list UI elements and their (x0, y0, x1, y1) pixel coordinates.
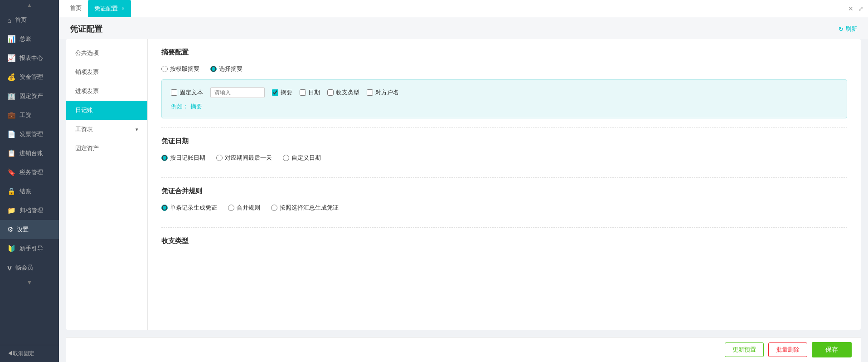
sidebar-item-funds[interactable]: 💰 资金管理 (0, 68, 59, 87)
purchase-sales-icon: 📋 (7, 149, 16, 157)
summary-checkboxes-row: 固定文本 摘要 日期 收支类型 (171, 87, 838, 98)
summary-radio-group: 按模版摘要 选择摘要 (161, 65, 847, 73)
sidebar-item-guide[interactable]: 🔰 新手引导 (0, 239, 59, 258)
save-button[interactable]: 保存 (812, 342, 852, 357)
right-content: 摘要配置 按模版摘要 选择摘要 (148, 39, 861, 330)
reports-icon: 📈 (7, 54, 16, 62)
window-maximize-icon[interactable]: ⤢ (858, 5, 863, 12)
left-nav-public[interactable]: 公共选项 (66, 44, 147, 63)
sidebar-item-invoice-mgmt[interactable]: 📄 发票管理 (0, 125, 59, 144)
income-type-section: 收支类型 (161, 237, 847, 263)
assets-icon: 🏢 (7, 92, 16, 100)
voucher-date-radio-custom[interactable]: 自定义日期 (283, 154, 321, 162)
sidebar-item-archive[interactable]: 📁 归档管理 (0, 201, 59, 220)
settings-icon: ⚙ (7, 225, 13, 234)
sidebar-unpin-button[interactable]: ◀取消固定 (0, 345, 59, 362)
summary-radio-select-input[interactable] (210, 66, 217, 72)
example-text: 例如： 摘要 (171, 103, 838, 111)
page-title: 凭证配置 (70, 24, 102, 34)
bottom-bar: 更新预置 批量删除 保存 (66, 337, 861, 362)
ledger-icon: 📊 (7, 35, 16, 43)
left-nav-purchase-invoice[interactable]: 进项发票 (66, 82, 147, 101)
batch-delete-button[interactable]: 批量删除 (768, 342, 807, 357)
merge-radio-select-merge-input[interactable] (271, 205, 277, 211)
checkbox-counterpart[interactable]: 对方户名 (367, 88, 399, 97)
closing-icon: 🔒 (7, 187, 16, 196)
left-nav-purchase-invoice-label: 进项发票 (75, 87, 99, 95)
voucher-date-radio-journal-input[interactable] (161, 155, 168, 161)
merge-radio-single[interactable]: 单条记录生成凭证 (161, 204, 217, 212)
checkbox-summary[interactable]: 摘要 (272, 88, 292, 97)
voucher-date-radio-journal[interactable]: 按日记账日期 (161, 154, 205, 162)
main-wrapper: 首页 凭证配置 × ✕ ⤢ 凭证配置 ↻ 刷新 公共选项 销项发票 进项 (59, 0, 868, 362)
voucher-date-radio-group: 按日记账日期 对应期间最后一天 自定义日期 (161, 154, 847, 162)
refresh-button[interactable]: ↻ 刷新 (839, 25, 857, 33)
summary-options-box: 固定文本 摘要 日期 收支类型 (161, 79, 847, 118)
checkbox-date[interactable]: 日期 (300, 88, 320, 97)
merge-rules-title: 凭证合并规则 (161, 187, 847, 196)
merge-radio-merge-input[interactable] (228, 205, 234, 211)
voucher-date-radio-period-last[interactable]: 对应期间最后一天 (216, 154, 272, 162)
merge-radio-single-input[interactable] (161, 205, 168, 211)
checkbox-fixed-text-input[interactable] (171, 89, 177, 96)
left-nav-payroll-table-label: 工资表 (75, 125, 93, 133)
sidebar: ▲ ⌂ 首页 📊 总账 📈 报表中心 💰 资金管理 🏢 固定资产 💼 工资 📄 … (0, 0, 59, 362)
sidebar-scroll-up[interactable]: ▲ (0, 0, 59, 10)
merge-radio-single-label: 单条记录生成凭证 (170, 204, 217, 212)
summary-radio-select[interactable]: 选择摘要 (210, 65, 242, 73)
sidebar-item-ledger[interactable]: 📊 总账 (0, 29, 59, 49)
left-nav-sales-invoice[interactable]: 销项发票 (66, 63, 147, 82)
sidebar-item-vip[interactable]: V 畅会员 (0, 258, 59, 277)
sidebar-item-ledger-label: 总账 (19, 35, 31, 43)
tab-home[interactable]: 首页 (63, 0, 88, 17)
sidebar-item-reports[interactable]: 📈 报表中心 (0, 49, 59, 68)
checkbox-income-type[interactable]: 收支类型 (327, 88, 359, 97)
checkbox-summary-input[interactable] (272, 89, 278, 96)
merge-radio-select-merge[interactable]: 按照选择汇总生成凭证 (271, 204, 339, 212)
tab-voucher-config[interactable]: 凭证配置 × (88, 0, 131, 17)
sidebar-item-assets[interactable]: 🏢 固定资产 (0, 87, 59, 106)
left-nav-payroll-table[interactable]: 工资表 ▾ (66, 120, 147, 139)
merge-radio-merge[interactable]: 合并规则 (228, 204, 260, 212)
sidebar-scroll-down[interactable]: ▼ (0, 277, 59, 288)
payroll-icon: 💼 (7, 111, 16, 119)
fixed-text-input[interactable] (210, 87, 265, 98)
checkbox-income-type-input[interactable] (327, 89, 334, 96)
checkbox-counterpart-input[interactable] (367, 89, 373, 96)
merge-rules-radio-group: 单条记录生成凭证 合并规则 按照选择汇总生成凭证 (161, 204, 847, 212)
refresh-label: 刷新 (845, 25, 857, 33)
sidebar-item-closing-label: 结账 (19, 187, 31, 196)
sidebar-item-settings-label: 设置 (17, 225, 29, 234)
checkbox-counterpart-label: 对方户名 (375, 88, 399, 97)
update-preview-button[interactable]: 更新预置 (725, 342, 764, 357)
sidebar-item-purchase-sales[interactable]: 📋 进销台账 (0, 144, 59, 163)
summary-radio-template[interactable]: 按模版摘要 (161, 65, 199, 73)
sidebar-item-closing[interactable]: 🔒 结账 (0, 182, 59, 201)
checkbox-date-label: 日期 (308, 88, 320, 97)
left-nav-public-label: 公共选项 (75, 49, 99, 57)
left-nav-journal[interactable]: 日记账 (66, 101, 147, 120)
sidebar-item-tax[interactable]: 🔖 税务管理 (0, 163, 59, 182)
window-close-icon[interactable]: ✕ (848, 5, 853, 12)
funds-icon: 💰 (7, 73, 16, 81)
voucher-date-radio-period-last-input[interactable] (216, 155, 223, 161)
sidebar-item-settings[interactable]: ⚙ 设置 (0, 220, 59, 239)
checkbox-date-input[interactable] (300, 89, 306, 96)
home-icon: ⌂ (7, 16, 11, 24)
summary-radio-template-input[interactable] (161, 66, 168, 72)
vip-icon: V (7, 264, 12, 272)
left-nav: 公共选项 销项发票 进项发票 日记账 工资表 ▾ 固定资产 (66, 39, 148, 330)
summary-radio-template-label: 按模版摘要 (170, 65, 199, 73)
voucher-date-radio-custom-input[interactable] (283, 155, 289, 161)
summary-radio-select-label: 选择摘要 (219, 65, 242, 73)
merge-radio-merge-label: 合并规则 (237, 204, 260, 212)
sidebar-item-home[interactable]: ⌂ 首页 (0, 10, 59, 29)
page-header: 凭证配置 ↻ 刷新 (59, 17, 868, 39)
sidebar-item-vip-label: 畅会员 (15, 264, 33, 272)
sidebar-item-tax-label: 税务管理 (19, 168, 43, 176)
left-nav-fixed-assets[interactable]: 固定资产 (66, 139, 147, 158)
sidebar-item-payroll[interactable]: 💼 工资 (0, 106, 59, 125)
tab-close-icon[interactable]: × (121, 5, 125, 12)
checkbox-fixed-text[interactable]: 固定文本 (171, 88, 203, 97)
tax-icon: 🔖 (7, 168, 16, 176)
